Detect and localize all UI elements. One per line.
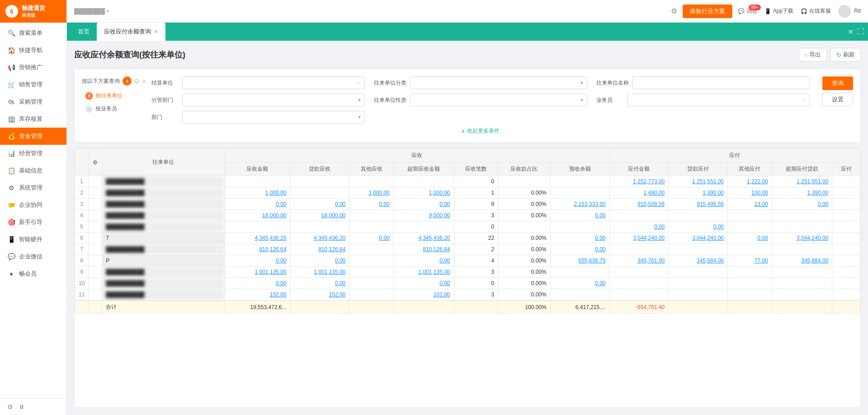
cell-link-ar_overdue[interactable]: 0.00 — [439, 258, 450, 264]
cell-ap_loan[interactable]: 1,251,551.00 — [669, 176, 728, 187]
cell-ar_loan[interactable]: 152.00 — [290, 289, 349, 301]
cell-link-ar_amount[interactable]: 1,000.00 — [265, 190, 287, 196]
settlement-unit-input[interactable]: ··· — [182, 76, 365, 89]
cell-ar_amount[interactable]: 0.00 — [224, 278, 290, 289]
cell-link-ap_other[interactable]: 13.00 — [755, 201, 768, 207]
cell-link-ar_loan[interactable]: 1,001,135.00 — [314, 269, 345, 275]
cell-ap_amount[interactable]: 1,490.00 — [609, 187, 669, 199]
sidebar-item-collab[interactable]: 🤝 企业协同 — [0, 196, 66, 214]
cell-ar_loan[interactable]: 1,001,135.00 — [290, 267, 349, 278]
cell-ar_loan[interactable]: 0.00 — [290, 199, 349, 210]
cell-ap_overdue[interactable]: 1,251,551.00 — [772, 176, 832, 187]
sidebar-item-wechat[interactable]: 💬 企业微信 — [0, 248, 66, 265]
online-service-button[interactable]: 🎧 在线客服 — [801, 7, 831, 15]
cell-ar_prepaid[interactable]: 0.00 — [550, 210, 609, 221]
sidebar-item-quicknav[interactable]: 🏠 快捷导航 — [0, 42, 66, 59]
sidebar-item-purchase[interactable]: 🛍 采购管理 — [0, 93, 66, 110]
cell-link-ap_other[interactable]: 0.00 — [757, 235, 768, 241]
cell-ar_other[interactable]: 1,000.00 — [349, 187, 394, 199]
search-add-button[interactable]: + — [123, 76, 132, 86]
sidebar-item-guide[interactable]: 🎯 新手引导 — [0, 214, 66, 231]
cell-ap_other[interactable]: 1,222.00 — [728, 176, 772, 187]
cell-ar_overdue[interactable]: 0.00 — [393, 199, 454, 210]
sidebar-item-inventory[interactable]: 🏢 库存核算 — [0, 110, 66, 128]
cell-link-ar_amount[interactable]: 1,001,135.00 — [255, 269, 286, 275]
cell-link-ar_prepaid[interactable]: 2,153,333.00 — [574, 201, 605, 207]
tab-expand-icon[interactable]: ⛶ — [857, 28, 864, 36]
cell-ap_loan[interactable]: 0.00 — [669, 221, 728, 233]
cell-link-ap_loan[interactable]: 1,251,551.00 — [692, 178, 724, 185]
cell-ap_other[interactable]: 77.00 — [728, 255, 772, 267]
cell-ap_overdue[interactable]: 1,390.00 — [772, 187, 832, 199]
cell-link-ar_overdue[interactable]: 0.00 — [439, 280, 450, 286]
sidebar-item-system[interactable]: ⚙ 系统管理 — [0, 179, 66, 196]
cell-ar_amount[interactable]: 0.00 — [224, 199, 290, 210]
cell-ar_amount[interactable]: 4,345,436.20 — [224, 233, 290, 244]
sidebar-item-marketing[interactable]: 📢 营销推广 — [0, 59, 66, 76]
cell-ap_loan[interactable]: 3,044,240.00 — [669, 233, 728, 244]
cell-link-ar_prepaid[interactable]: 0.00 — [595, 212, 605, 219]
cell-ar_overdue[interactable]: 101.00 — [393, 289, 454, 301]
cell-ap_loan[interactable]: 1,390.00 — [669, 187, 728, 199]
partner-name-input[interactable] — [632, 76, 810, 89]
cell-link-ap_loan[interactable]: 0.00 — [713, 224, 724, 230]
cell-ar_prepaid[interactable]: 655,636.75 — [550, 255, 609, 267]
cell-link-ar_overdue[interactable]: 1,001,135.00 — [418, 269, 450, 275]
cell-link-ar_overdue[interactable]: 0.00 — [439, 201, 450, 207]
cell-link-ar_amount[interactable]: 152.00 — [270, 291, 287, 298]
cell-ap_amount[interactable]: 3,044,240.00 — [609, 233, 669, 244]
sidebar-item-hardware[interactable]: 📱 智能硬件 — [0, 231, 66, 248]
cell-link-ap_amount[interactable]: 0.00 — [654, 224, 665, 230]
sidebar-item-operations[interactable]: 📊 经营管理 — [0, 145, 66, 162]
cell-link-ar_amount[interactable]: 0.00 — [276, 201, 286, 207]
cell-link-ar_loan[interactable]: 810,126.64 — [318, 246, 345, 253]
cell-ap_other[interactable]: 0.00 — [728, 233, 772, 244]
cell-link-ar_overdue[interactable]: 4,345,436.20 — [418, 235, 450, 241]
cell-ar_prepaid[interactable]: 2,153,333.00 — [550, 199, 609, 210]
cell-ar_prepaid[interactable]: 0.00 — [550, 244, 609, 255]
cell-link-ar_overdue[interactable]: 1,000.00 — [429, 190, 450, 196]
scheme-by-partner[interactable]: 通 按往来单位 — [82, 90, 146, 101]
cell-ar_loan[interactable]: 0.00 — [290, 278, 349, 289]
cell-ap_amount[interactable]: 915,508.56 — [609, 199, 669, 210]
cell-ar_amount[interactable]: 810,126.64 — [224, 244, 290, 255]
cell-link-ap_overdue[interactable]: 1,390.00 — [807, 190, 829, 196]
cell-link-ar_loan[interactable]: 0.00 — [335, 280, 345, 286]
cell-link-ap_loan[interactable]: 345,684.00 — [697, 258, 724, 264]
cell-link-ap_amount[interactable]: 1,252,773.00 — [633, 178, 665, 185]
cell-link-ap_loan[interactable]: 3,044,240.00 — [692, 235, 724, 241]
cell-ap_loan[interactable]: 915,495.56 — [669, 199, 728, 210]
cell-link-ap_other[interactable]: 77.00 — [755, 258, 768, 264]
cell-link-ap_other[interactable]: 100.00 — [751, 190, 768, 196]
cell-link-ap_overdue[interactable]: 0.00 — [818, 201, 828, 207]
cell-ar_prepaid[interactable]: 0.00 — [550, 233, 609, 244]
promo-button[interactable]: 体验行业方案 — [683, 5, 732, 18]
cell-ap_loan[interactable]: 345,684.00 — [669, 255, 728, 267]
cell-link-ar_loan[interactable]: 18,000.00 — [321, 212, 345, 219]
th-settings[interactable]: ⚙ — [89, 149, 102, 176]
cell-ar_loan[interactable]: 4,345,436.20 — [290, 233, 349, 244]
app-download-button[interactable]: 📱 App下载 — [764, 7, 793, 15]
sidebar-item-sales[interactable]: 🛒 销售管理 — [0, 76, 66, 93]
cell-link-ar_amount[interactable]: 18,000.00 — [262, 212, 286, 219]
cell-ap_other[interactable]: 100.00 — [728, 187, 772, 199]
cell-ar_overdue[interactable]: 1,000.00 — [393, 187, 454, 199]
gear-icon[interactable]: ⚙ — [671, 7, 677, 15]
cell-link-ar_amount[interactable]: 810,126.64 — [259, 246, 286, 253]
cell-ar_overdue[interactable]: 810,126.64 — [393, 244, 454, 255]
cell-ar_loan[interactable]: 18,000.00 — [290, 210, 349, 221]
cell-ar_overdue[interactable]: 1,001,135.00 — [393, 267, 454, 278]
cell-link-ap_overdue[interactable]: 1,251,551.00 — [797, 178, 828, 185]
cell-link-ar_other[interactable]: 1,000.00 — [368, 190, 390, 196]
cell-link-ap_overdue[interactable]: 345,684.00 — [801, 258, 828, 264]
message-button[interactable]: 💬 消息 99+ — [738, 7, 757, 15]
cell-link-ar_prepaid[interactable]: 0.00 — [595, 246, 605, 253]
cell-link-ar_loan[interactable]: 0.00 — [335, 201, 345, 207]
cell-ar_overdue[interactable]: 0.00 — [393, 278, 454, 289]
cell-link-ar_overdue[interactable]: 9,000.00 — [429, 212, 450, 219]
partner-nature-input[interactable]: ▾ — [410, 94, 587, 106]
sidebar-item-search[interactable]: 🔍 搜索菜单 — [0, 24, 66, 42]
cell-link-ap_amount[interactable]: 345,761.00 — [637, 258, 665, 264]
cell-link-ar_other[interactable]: 0.00 — [379, 235, 389, 241]
cell-ar_prepaid[interactable]: 0.00 — [550, 278, 609, 289]
